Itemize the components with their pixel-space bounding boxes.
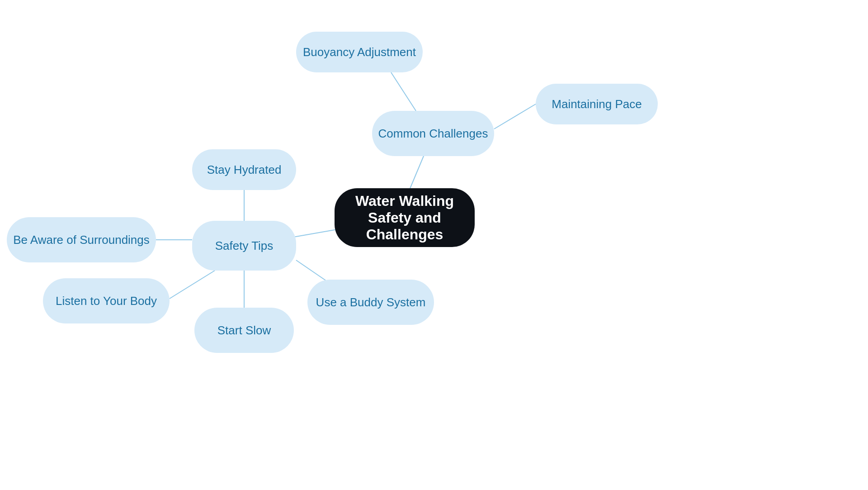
buddy-label: Use a Buddy System: [316, 295, 426, 309]
svg-line-4: [170, 271, 215, 299]
stay-hydrated-label: Stay Hydrated: [207, 163, 282, 177]
start-slow-node[interactable]: Start Slow: [194, 308, 294, 353]
main-topic-label: Water Walking Safety and Challenges: [335, 193, 475, 243]
buddy-system-node[interactable]: Use a Buddy System: [307, 280, 434, 325]
svg-line-7: [391, 72, 416, 111]
be-aware-label: Be Aware of Surroundings: [13, 233, 150, 247]
buoyancy-adjustment-node[interactable]: Buoyancy Adjustment: [296, 32, 423, 72]
maintaining-pace-label: Maintaining Pace: [552, 97, 642, 111]
common-challenges-node[interactable]: Common Challenges: [372, 111, 494, 156]
stay-hydrated-node[interactable]: Stay Hydrated: [192, 149, 296, 190]
safety-tips-label: Safety Tips: [215, 239, 274, 253]
be-aware-node[interactable]: Be Aware of Surroundings: [7, 217, 156, 262]
common-challenges-label: Common Challenges: [378, 127, 488, 141]
listen-label: Listen to Your Body: [56, 294, 157, 308]
main-topic-node[interactable]: Water Walking Safety and Challenges: [335, 188, 475, 247]
svg-line-8: [494, 104, 536, 129]
listen-to-body-node[interactable]: Listen to Your Body: [43, 278, 170, 323]
maintaining-pace-node[interactable]: Maintaining Pace: [536, 84, 658, 124]
safety-tips-node[interactable]: Safety Tips: [192, 221, 296, 271]
start-slow-label: Start Slow: [217, 323, 271, 338]
buoyancy-label: Buoyancy Adjustment: [303, 45, 416, 59]
